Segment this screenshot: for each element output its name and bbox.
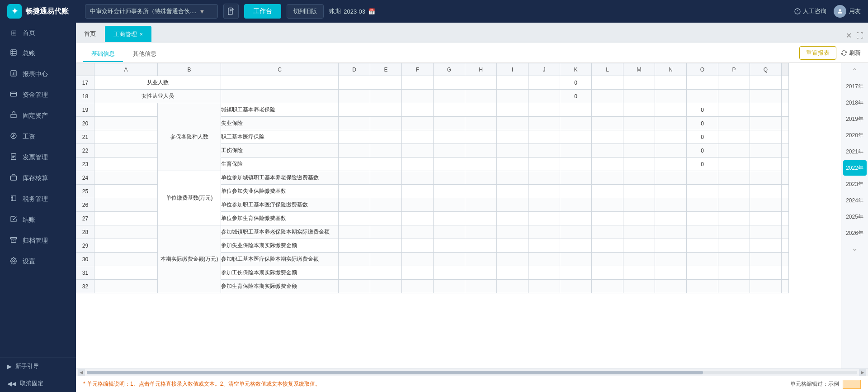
company-selector[interactable]: 中审众环会计师事务所（特殊普通合伙.... ▼ bbox=[85, 4, 218, 19]
cell-17-d[interactable] bbox=[339, 76, 370, 90]
workbench-button[interactable]: 工作台 bbox=[244, 4, 281, 19]
cell-26-e[interactable] bbox=[370, 198, 402, 212]
cell-30-p[interactable] bbox=[718, 253, 750, 266]
cell-17-ab[interactable]: 从业人数 bbox=[94, 76, 221, 90]
cell-22-a[interactable] bbox=[94, 144, 158, 158]
cell-31-o[interactable] bbox=[687, 266, 718, 280]
cell-26-g[interactable] bbox=[434, 198, 465, 212]
cell-20-q[interactable] bbox=[750, 117, 782, 130]
cell-30-k[interactable] bbox=[560, 253, 592, 266]
cell-32-d[interactable] bbox=[339, 280, 370, 293]
cell-29-p[interactable] bbox=[718, 239, 750, 253]
cell-28-e[interactable] bbox=[370, 225, 402, 239]
cell-19-h[interactable] bbox=[465, 103, 497, 117]
cell-25-a[interactable] bbox=[94, 185, 158, 198]
cell-31-g[interactable] bbox=[434, 266, 465, 280]
cell-27-n[interactable] bbox=[655, 212, 687, 225]
user-area[interactable]: 用友 bbox=[834, 5, 861, 18]
cell-22-n[interactable] bbox=[655, 144, 687, 158]
cell-19-d[interactable] bbox=[339, 103, 370, 117]
cell-28-l[interactable] bbox=[592, 225, 623, 239]
cell-29-k[interactable] bbox=[560, 239, 592, 253]
cell-26-q[interactable] bbox=[750, 198, 782, 212]
cell-26-m[interactable] bbox=[623, 198, 655, 212]
cell-24-n[interactable] bbox=[655, 171, 687, 185]
cell-25-i[interactable] bbox=[497, 185, 528, 198]
cell-21-j[interactable] bbox=[528, 130, 560, 144]
year-scroll-up-icon[interactable]: ⌃ bbox=[849, 65, 860, 78]
cell-28-p[interactable] bbox=[718, 225, 750, 239]
scroll-thumb[interactable] bbox=[87, 371, 703, 374]
cell-19-i[interactable] bbox=[497, 103, 528, 117]
cell-19-k[interactable] bbox=[560, 103, 592, 117]
sidebar-item-inventory[interactable]: 库存核算 bbox=[0, 168, 76, 189]
cell-26-i[interactable] bbox=[497, 198, 528, 212]
cell-25-h[interactable] bbox=[465, 185, 497, 198]
cell-27-c[interactable]: 单位参加生育保险缴费基数 bbox=[221, 212, 339, 225]
cell-30-j[interactable] bbox=[528, 253, 560, 266]
cell-27-l[interactable] bbox=[592, 212, 623, 225]
cell-17-k[interactable]: 0 bbox=[560, 76, 592, 90]
cell-31-m[interactable] bbox=[623, 266, 655, 280]
cell-31-j[interactable] bbox=[528, 266, 560, 280]
cell-25-j[interactable] bbox=[528, 185, 560, 198]
cell-23-l[interactable] bbox=[592, 158, 623, 171]
cell-23-f[interactable] bbox=[402, 158, 434, 171]
tab-business[interactable]: 工商管理 × bbox=[105, 26, 151, 42]
year-item-2025[interactable]: 2025年 bbox=[843, 209, 867, 225]
cell-31-k[interactable] bbox=[560, 266, 592, 280]
cell-25-q[interactable] bbox=[750, 185, 782, 198]
year-item-2023[interactable]: 2023年 bbox=[843, 177, 867, 192]
sidebar-item-closing[interactable]: 结账 bbox=[0, 210, 76, 230]
cell-17-f[interactable] bbox=[402, 76, 434, 90]
cell-18-k[interactable]: 0 bbox=[560, 90, 592, 103]
cell-20-i[interactable] bbox=[497, 117, 528, 130]
cell-32-h[interactable] bbox=[465, 280, 497, 293]
cell-28-n[interactable] bbox=[655, 225, 687, 239]
cell-24-m[interactable] bbox=[623, 171, 655, 185]
cell-19-f[interactable] bbox=[402, 103, 434, 117]
cell-28-c[interactable]: 参加城镇职工基本养老保险本期实际缴费金额 bbox=[221, 225, 339, 239]
year-item-2017[interactable]: 2017年 bbox=[843, 79, 867, 94]
cell-23-m[interactable] bbox=[623, 158, 655, 171]
cell-17-o[interactable] bbox=[687, 76, 718, 90]
cell-22-o[interactable]: 0 bbox=[687, 144, 718, 158]
cell-21-m[interactable] bbox=[623, 130, 655, 144]
cell-20-n[interactable] bbox=[655, 117, 687, 130]
sidebar-item-unpin[interactable]: ◀◀ 取消固定 bbox=[0, 375, 76, 392]
cell-21-l[interactable] bbox=[592, 130, 623, 144]
cell-28-h[interactable] bbox=[465, 225, 497, 239]
cell-22-m[interactable] bbox=[623, 144, 655, 158]
cell-19-p[interactable] bbox=[718, 103, 750, 117]
cell-19-j[interactable] bbox=[528, 103, 560, 117]
cell-24-l[interactable] bbox=[592, 171, 623, 185]
cell-17-p[interactable] bbox=[718, 76, 750, 90]
cell-29-h[interactable] bbox=[465, 239, 497, 253]
cell-18-d[interactable] bbox=[339, 90, 370, 103]
cell-23-d[interactable] bbox=[339, 158, 370, 171]
year-item-2022[interactable]: 2022年 bbox=[843, 160, 867, 176]
cell-30-n[interactable] bbox=[655, 253, 687, 266]
cell-18-f[interactable] bbox=[402, 90, 434, 103]
cell-27-o[interactable] bbox=[687, 212, 718, 225]
cell-17-m[interactable] bbox=[623, 76, 655, 90]
cell-24-j[interactable] bbox=[528, 171, 560, 185]
cell-24-e[interactable] bbox=[370, 171, 402, 185]
cell-25-k[interactable] bbox=[560, 185, 592, 198]
cell-18-e[interactable] bbox=[370, 90, 402, 103]
cell-29-n[interactable] bbox=[655, 239, 687, 253]
cell-28-i[interactable] bbox=[497, 225, 528, 239]
cell-22-k[interactable] bbox=[560, 144, 592, 158]
sheet-scroll-area[interactable]: A B C D E F G H I J K L M bbox=[76, 63, 841, 368]
cell-17-h[interactable] bbox=[465, 76, 497, 90]
sidebar-item-invoice[interactable]: 发票管理 bbox=[0, 147, 76, 168]
cell-24-h[interactable] bbox=[465, 171, 497, 185]
year-item-2018[interactable]: 2018年 bbox=[843, 95, 867, 110]
sidebar-item-tax[interactable]: 税务管理 bbox=[0, 189, 76, 210]
cell-24-a[interactable] bbox=[94, 171, 158, 185]
cell-25-o[interactable] bbox=[687, 185, 718, 198]
cell-23-j[interactable] bbox=[528, 158, 560, 171]
cell-26-c[interactable]: 单位参加职工基本医疗保险缴费基数 bbox=[221, 198, 339, 212]
cell-19-l[interactable] bbox=[592, 103, 623, 117]
cell-27-g[interactable] bbox=[434, 212, 465, 225]
